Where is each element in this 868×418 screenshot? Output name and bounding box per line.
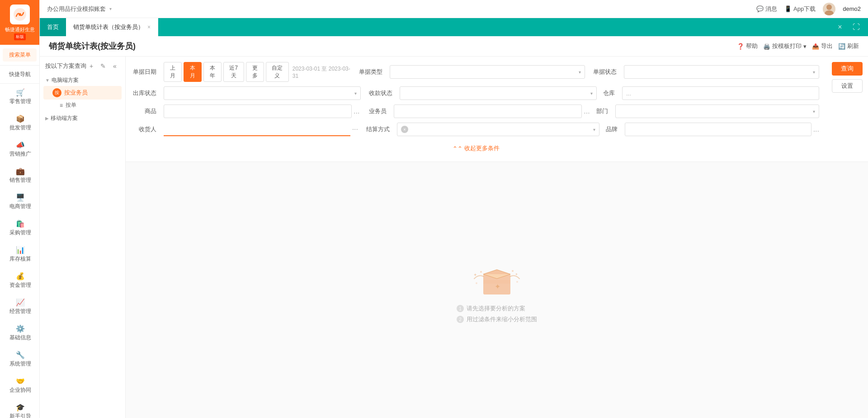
- goods-select[interactable]: [164, 104, 352, 118]
- sidebar-item-marketing-label: 营销推广: [9, 150, 31, 158]
- date-btn-this-month[interactable]: 本月: [184, 62, 202, 82]
- order-sub-icon: ≡: [60, 102, 63, 109]
- refresh-button[interactable]: 🔄 刷新: [838, 42, 859, 50]
- search-menu-button[interactable]: 搜索菜单: [3, 48, 37, 62]
- tab-close-button[interactable]: ×: [147, 24, 151, 30]
- app-download-button[interactable]: 📱 App下载: [784, 5, 816, 13]
- help-label: 帮助: [746, 42, 758, 50]
- user-name[interactable]: demo2: [843, 5, 861, 12]
- basic-icon: ⚙️: [16, 324, 25, 333]
- pay-select[interactable]: ▾: [400, 86, 597, 100]
- scheme-sub-item-order[interactable]: ≡ 按单: [56, 100, 118, 111]
- svg-point-3: [825, 10, 834, 15]
- filter-row-3: 商品 ... 业务员 ...: [133, 104, 819, 118]
- window-close-button[interactable]: ×: [834, 21, 846, 33]
- date-btn-this-year[interactable]: 本年: [203, 62, 222, 82]
- date-range-label: 2023-03-01 至 2023-03-31: [292, 65, 351, 79]
- wholesale-icon: 📦: [16, 114, 25, 123]
- filter-area: 单据日期 上月 本月 本年 近7天 更多 自定义 2023-03-01 至 20…: [126, 57, 868, 162]
- left-panel: 按以下方案查询 + ✎ « ▼ 电脑端方案 按 按业务员 ≡: [40, 57, 126, 418]
- print-icon: 🖨️: [763, 43, 770, 50]
- sidebar-item-purchase-label: 采购管理: [9, 229, 31, 237]
- sidebar-item-retail[interactable]: 🛒 零售管理: [0, 84, 39, 110]
- date-btn-more[interactable]: 更多: [246, 62, 264, 82]
- sidebar-item-basic[interactable]: ⚙️ 基础信息: [0, 320, 39, 346]
- pay-select-arrow: ▾: [590, 91, 593, 96]
- sidebar-item-operations[interactable]: 📈 经营管理: [0, 294, 39, 320]
- goods-group: ...: [164, 104, 359, 118]
- ship-select[interactable]: ▾: [164, 86, 361, 100]
- sidebar-item-ecommerce[interactable]: 🖥️ 电商管理: [0, 189, 39, 215]
- svg-point-10: [516, 281, 518, 283]
- template-print-button[interactable]: 🖨️ 按模板打印 ▾: [763, 42, 807, 50]
- brand-dots[interactable]: ...: [813, 125, 819, 133]
- app-dropdown-arrow[interactable]: ▾: [109, 6, 112, 11]
- scheme-sub-group: ≡ 按单: [43, 100, 122, 111]
- sidebar-logo: 畅捷通好生意 标版: [0, 0, 39, 45]
- help-button[interactable]: ❓ 帮助: [737, 42, 758, 50]
- operations-icon: 📈: [16, 298, 25, 307]
- goods-dots[interactable]: ...: [354, 107, 359, 115]
- system-icon: 🔧: [16, 351, 25, 359]
- pay-label: 收款状态: [364, 89, 396, 97]
- edit-scheme-button[interactable]: ✎: [98, 61, 108, 71]
- svg-text:✦: ✦: [515, 272, 518, 276]
- sidebar-item-system[interactable]: 🔧 系统管理: [0, 346, 39, 372]
- status-select[interactable]: ▾: [624, 65, 819, 79]
- salesman-select[interactable]: [394, 104, 582, 118]
- collapse-panel-button[interactable]: «: [110, 61, 120, 71]
- export-button[interactable]: 📤 导出: [812, 42, 833, 50]
- sidebar-item-marketing[interactable]: 📣 营销推广: [0, 136, 39, 162]
- query-button[interactable]: 查询: [832, 62, 863, 76]
- tab-home[interactable]: 首页: [40, 18, 66, 36]
- export-icon: 📤: [812, 43, 819, 50]
- data-area: ✦ ✦ ✦: [126, 162, 868, 418]
- consignee-input[interactable]: [164, 123, 350, 136]
- marketing-icon: 📣: [16, 141, 25, 149]
- sidebar-item-ecommerce-label: 电商管理: [9, 203, 31, 210]
- type-select-arrow: ▾: [579, 70, 581, 75]
- filter-row-1: 单据日期 上月 本月 本年 近7天 更多 自定义 2023-03-01 至 20…: [133, 62, 819, 82]
- sidebar-item-finance[interactable]: 💰 资金管理: [0, 267, 39, 294]
- date-btn-custom[interactable]: 自定义: [266, 62, 289, 82]
- settle-select[interactable]: × ▾: [397, 123, 599, 136]
- sidebar-item-newbie[interactable]: 🎓 新手引导: [0, 399, 39, 418]
- salesman-label: 业务员: [363, 107, 390, 115]
- desktop-group-arrow: ▼: [45, 78, 50, 83]
- settle-clear-button[interactable]: ×: [401, 126, 408, 133]
- brand-select[interactable]: [625, 123, 811, 136]
- type-select[interactable]: ▾: [390, 65, 585, 79]
- settings-button[interactable]: 设置: [832, 79, 863, 93]
- consignee-dots[interactable]: ···: [352, 125, 358, 133]
- scheme-item-salesperson[interactable]: 按 按业务员: [43, 86, 122, 100]
- add-scheme-button[interactable]: +: [86, 61, 96, 71]
- finance-icon: 💰: [16, 272, 25, 280]
- window-expand-button[interactable]: ⛶: [850, 21, 863, 33]
- svg-point-9: [476, 282, 477, 284]
- mobile-scheme-group-title[interactable]: ▶ 移动端方案: [43, 113, 122, 124]
- desktop-scheme-group-title[interactable]: ▼ 电脑端方案: [43, 75, 122, 86]
- salesman-group: ...: [394, 104, 590, 118]
- message-button[interactable]: 💬 消息: [756, 5, 777, 13]
- consignee-group: ···: [164, 123, 358, 136]
- consignee-label: 收货人: [133, 125, 160, 133]
- sidebar-item-sales[interactable]: 💼 销售管理: [0, 162, 39, 189]
- filter-fields: 单据日期 上月 本月 本年 近7天 更多 自定义 2023-03-01 至 20…: [126, 57, 826, 162]
- date-btn-last-month[interactable]: 上月: [164, 62, 182, 82]
- sidebar-item-enterprise[interactable]: 🤝 企业协同: [0, 372, 39, 399]
- content-area: 按以下方案查询 + ✎ « ▼ 电脑端方案 按 按业务员 ≡: [40, 57, 868, 418]
- page-header-actions: ❓ 帮助 🖨️ 按模板打印 ▾ 📤 导出 🔄 刷新: [737, 42, 859, 50]
- salesman-dots[interactable]: ...: [584, 107, 590, 115]
- svg-text:✦: ✦: [473, 272, 477, 277]
- empty-tip-1: 1 请先选择要分析的方案: [457, 304, 537, 313]
- sidebar-item-purchase[interactable]: 🛍️ 采购管理: [0, 215, 39, 241]
- sidebar-item-wholesale[interactable]: 📦 批发管理: [0, 110, 39, 136]
- quick-nav-button[interactable]: 快捷导航: [3, 68, 37, 81]
- warehouse-select[interactable]: ...: [622, 86, 819, 100]
- tab-sales-stat[interactable]: 销货单统计表（按业务员） ×: [66, 18, 158, 36]
- sidebar-item-inventory[interactable]: 📊 库存核算: [0, 241, 39, 267]
- date-btn-last-7[interactable]: 近7天: [223, 62, 244, 82]
- collapse-filter-button[interactable]: ⌃⌃ 收起更多条件: [449, 141, 503, 156]
- dept-select[interactable]: ▾: [615, 104, 819, 118]
- left-panel-header: 按以下方案查询 + ✎ «: [40, 61, 125, 75]
